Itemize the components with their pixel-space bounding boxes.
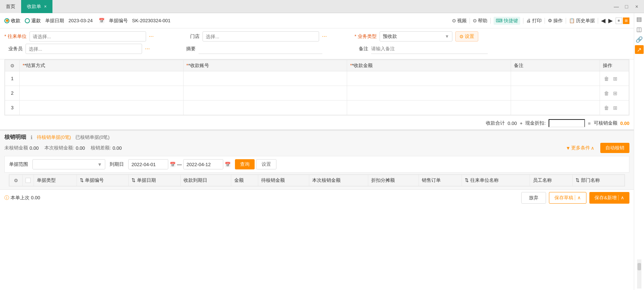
- query-button[interactable]: 查询: [235, 159, 255, 169]
- operation-button[interactable]: ⚙ 操作: [548, 17, 563, 24]
- th-discount: 折扣分摊额: [368, 175, 419, 186]
- verify-done-tab[interactable]: 已核销单据(0笔): [75, 134, 110, 141]
- calendar-from-icon[interactable]: 📅: [170, 162, 176, 167]
- cell-settlement-3[interactable]: [20, 101, 184, 115]
- stat-unchecked: 未核销金额 0.00: [4, 145, 39, 151]
- cell-amount-2[interactable]: [347, 86, 511, 101]
- copy-icon-2[interactable]: ⊞: [612, 90, 619, 97]
- shortcut-label: 快捷键: [504, 17, 518, 24]
- close-button[interactable]: ×: [632, 2, 641, 11]
- delete-icon-1[interactable]: 🗑: [603, 75, 610, 82]
- filter-range-select[interactable]: ▼: [32, 159, 105, 169]
- th-current-verify: 本次核销金额: [309, 175, 368, 186]
- cell-amount-1[interactable]: [347, 71, 511, 86]
- auto-verify-button[interactable]: 自动核销: [600, 143, 629, 153]
- summary-input[interactable]: [199, 44, 322, 54]
- layout-grid-icon[interactable]: ⊞: [623, 17, 629, 24]
- save-arrow-icon[interactable]: ∧: [618, 195, 624, 200]
- date-range: 📅 — 📅: [128, 159, 231, 169]
- store-input[interactable]: [203, 31, 319, 42]
- plus-sign: +: [520, 121, 523, 126]
- sidebar-link-icon[interactable]: 🔗: [635, 35, 644, 44]
- scrollbar-thumb[interactable]: [637, 263, 641, 270]
- doc-date-value: 2023-03-24: [68, 18, 93, 23]
- verify-pending-tab[interactable]: 待核销单据(0笔): [37, 134, 71, 141]
- store-more-icon[interactable]: ···: [322, 34, 327, 39]
- nav-next-icon[interactable]: ▶: [608, 17, 613, 24]
- table-row: 1 🗑 ⊞: [5, 71, 629, 86]
- copy-icon-1[interactable]: ⊞: [612, 75, 619, 82]
- copy-icon-3[interactable]: ⊞: [612, 104, 619, 111]
- draft-arrow-icon[interactable]: ∧: [575, 195, 581, 200]
- table-gear-icon[interactable]: ⚙: [8, 63, 16, 68]
- maximize-button[interactable]: □: [622, 2, 631, 11]
- sidebar-expand-icon[interactable]: ↗: [635, 45, 644, 54]
- action-cell-1: 🗑 ⊞: [600, 71, 629, 86]
- summary-row: 收款合计 0.00 + 现金折扣: = 可核销金额 0.00: [0, 117, 634, 129]
- delete-icon-2[interactable]: 🗑: [603, 90, 610, 97]
- draft-button[interactable]: 保存草稿 ∧: [549, 192, 586, 204]
- delete-icon-3[interactable]: 🗑: [603, 104, 610, 111]
- video-button[interactable]: ⊙ 视频: [452, 17, 467, 24]
- help-button[interactable]: ⊙ 帮助: [473, 17, 487, 24]
- verify-info-icon[interactable]: ℹ: [31, 134, 32, 140]
- stat-current: 本次核销金额: 0.00: [44, 145, 85, 151]
- bottom-table: ⚙ 单据类型 ⇅ 单据编号 ⇅ 单据日期: [9, 174, 625, 187]
- biz-type-select[interactable]: 预收款 ▼: [380, 31, 452, 42]
- date-from-input[interactable]: [128, 159, 168, 169]
- history-button[interactable]: 📋 历史单据: [569, 17, 595, 24]
- filter-setting-button[interactable]: 设置: [256, 159, 276, 169]
- operation-label: 操作: [553, 17, 563, 24]
- th-due-date: 收款到期日: [180, 175, 231, 186]
- cell-account-1[interactable]: [183, 71, 347, 86]
- payment-table: ⚙ **结算方式 **收款账号 **收款金额 备注 操作 1: [4, 59, 629, 115]
- sidebar-panel-icon[interactable]: ◫: [635, 25, 644, 34]
- unchecked-value: 0.00: [30, 145, 39, 151]
- calendar-icon[interactable]: 📅: [99, 18, 105, 23]
- cell-settlement-2[interactable]: [20, 86, 184, 101]
- print-label: 打印: [532, 17, 542, 24]
- tab-home[interactable]: 首页: [0, 0, 21, 13]
- counterpart-more-icon[interactable]: ···: [149, 34, 154, 39]
- th-account: **收款账号: [183, 60, 347, 71]
- cell-amount-3[interactable]: [347, 101, 511, 115]
- calendar-to-icon[interactable]: 📅: [225, 162, 231, 167]
- setting-button[interactable]: ⚙ 设置: [455, 31, 478, 42]
- cell-account-2[interactable]: [183, 86, 347, 101]
- th-gear: ⚙: [5, 60, 20, 71]
- shortcut-button[interactable]: ⌨ 快捷键: [494, 17, 520, 25]
- th-dept: ⇅ 部门名称: [573, 175, 625, 186]
- cell-settlement-1[interactable]: [20, 71, 184, 86]
- date-separator: —: [177, 162, 182, 167]
- tab-close-icon[interactable]: ×: [44, 0, 47, 13]
- abandon-button[interactable]: 放弃: [521, 192, 546, 204]
- radio-receive[interactable]: 收款: [4, 17, 20, 24]
- more-conditions-button[interactable]: ▼ 更多条件 ∧: [566, 145, 594, 151]
- layout-list-icon[interactable]: ≡: [616, 17, 622, 24]
- minimize-button[interactable]: —: [612, 2, 621, 11]
- bottom-gear-icon[interactable]: ⚙: [12, 178, 19, 183]
- filter-range-label: 单据范围: [9, 161, 28, 168]
- cell-remark-3[interactable]: [511, 101, 600, 115]
- remark-input[interactable]: [371, 44, 488, 54]
- form-row-1: * 往来单位 ··· 门店 ··· * 业务类型 预收款 ▼ ⚙ 设置: [4, 31, 629, 42]
- save-button[interactable]: 保存&新增 ∧: [589, 192, 629, 204]
- salesperson-more-icon[interactable]: ···: [145, 46, 150, 52]
- cell-account-3[interactable]: [183, 101, 347, 115]
- discount-input[interactable]: [549, 119, 585, 127]
- radio-refund[interactable]: 退款: [25, 17, 41, 24]
- cell-remark-1[interactable]: [511, 71, 600, 86]
- equal-sign: =: [588, 121, 591, 126]
- counterpart-input[interactable]: [30, 31, 146, 42]
- verify-title: 核销明细: [4, 134, 26, 141]
- sidebar-table-icon[interactable]: ▤: [635, 15, 644, 23]
- th-doc-date: ⇅ 单据日期: [129, 175, 181, 186]
- cell-remark-2[interactable]: [511, 86, 600, 101]
- nav-prev-icon[interactable]: ◀: [601, 17, 605, 24]
- tab-active[interactable]: 收款单 ×: [21, 0, 52, 13]
- date-to-input[interactable]: [183, 159, 223, 169]
- print-button[interactable]: 🖨 打印: [526, 17, 542, 24]
- select-all-checkbox[interactable]: [25, 178, 31, 183]
- th-checkbox: [23, 175, 34, 186]
- salesperson-input[interactable]: [25, 44, 142, 54]
